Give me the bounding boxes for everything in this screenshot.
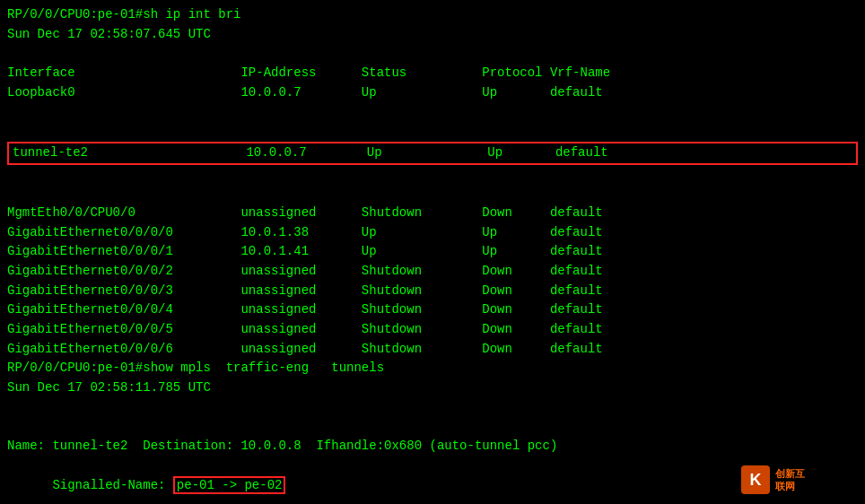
table-row: MgmtEth0/0/CPU0/0 unassigned Shutdown Do…: [7, 204, 858, 223]
logo-overlay: K 创新互 联网: [741, 463, 858, 497]
table-row: GigabitEthernet0/0/0/0 10.0.1.38 Up Up d…: [7, 223, 858, 243]
signalled-name-label: Signalled-Name:: [38, 478, 173, 492]
table-row: GigabitEthernet0/0/0/1 10.0.1.41 Up Up d…: [7, 242, 858, 262]
table-row: GigabitEthernet0/0/0/2 unassigned Shutdo…: [7, 262, 858, 282]
terminal-window: RP/0/0/CPU0:pe-01#sh ip int bri Sun Dec …: [0, 0, 865, 504]
table-row: Loopback0 10.0.0.7 Up Up default: [7, 83, 858, 103]
timestamp-1: Sun Dec 17 02:58:07.645 UTC: [7, 25, 858, 45]
timestamp-2: Sun Dec 17 02:58:11.785 UTC: [7, 378, 858, 398]
table-row: GigabitEthernet0/0/0/4 unassigned Shutdo…: [7, 300, 858, 320]
signalled-name-line: Signalled-Name: pe-01 -> pe-02: [7, 456, 858, 504]
tunnel-te2-highlight: tunnel-te2 10.0.0.7 Up Up default: [7, 142, 858, 165]
tunnel-info: Name: tunnel-te2 Destination: 10.0.0.8 I…: [7, 437, 858, 456]
table-row: GigabitEthernet0/0/0/6 unassigned Shutdo…: [7, 340, 858, 360]
svg-text:K: K: [750, 471, 762, 489]
logo-icon: K: [741, 465, 770, 494]
table-row: GigabitEthernet0/0/0/3 unassigned Shutdo…: [7, 282, 858, 301]
prompt-line-1: RP/0/0/CPU0:pe-01#sh ip int bri: [7, 5, 858, 25]
signalled-name-value: pe-01 -> pe-02: [173, 476, 286, 494]
prompt-line-2: RP/0/0/CPU0:pe-01#show mpls traffic-eng …: [7, 359, 858, 378]
table-header: Interface IP-Address Status Protocol Vrf…: [7, 64, 858, 83]
logo-text: 创新互 联网: [775, 467, 805, 493]
table-row: GigabitEthernet0/0/0/5 unassigned Shutdo…: [7, 320, 858, 340]
tunnel-te2-row: tunnel-te2 10.0.0.7 Up Up default: [7, 102, 858, 203]
